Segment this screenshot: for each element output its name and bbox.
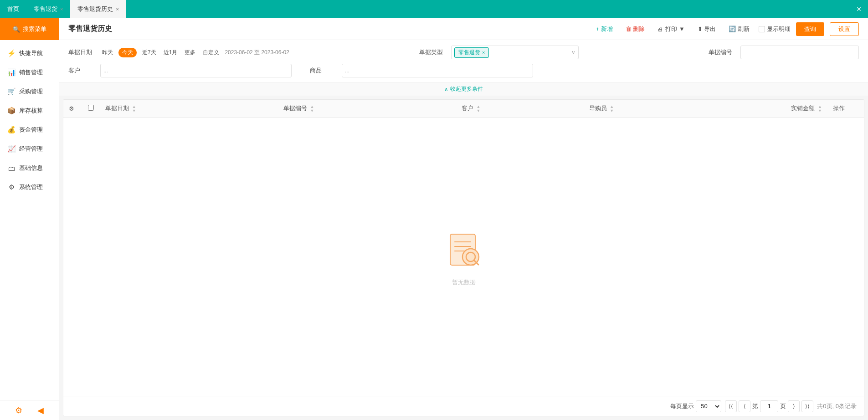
sidebar-item-quicknav[interactable]: ⚡ 快捷导航 [0, 44, 59, 63]
sidebar-item-sales-label: 销售管理 [19, 68, 43, 77]
date-btn-7days[interactable]: 近7天 [140, 48, 158, 57]
customer-placeholder: ... [103, 67, 108, 74]
sidebar-item-purchase-label: 采购管理 [19, 87, 43, 96]
bill-type-tag-retail-return: 零售退货 × [454, 47, 489, 58]
setting-button[interactable]: 设置 [830, 22, 859, 36]
add-label: + 新增 [596, 25, 612, 33]
date-btn-today[interactable]: 今天 [118, 48, 137, 57]
date-btn-more[interactable]: 更多 [183, 48, 197, 57]
page-title: 零售退货历史 [68, 24, 590, 34]
collapse-sidebar-icon[interactable]: ◀ [37, 405, 44, 415]
goods-select[interactable]: ... [342, 64, 533, 77]
page-nav: ⟨⟨ ⟨ 第 页 ⟩ ⟩⟩ [725, 400, 813, 412]
tab-retail-return[interactable]: 零售退货 × [26, 0, 70, 18]
page-size-label: 每页显示 [670, 402, 694, 410]
table-settings-icon[interactable]: ⚙ [69, 105, 74, 112]
settings-gear-icon[interactable]: ⚙ [15, 405, 22, 415]
bill-type-filter-label: 单据类型 [419, 48, 451, 56]
page-size-select[interactable]: 10 20 50 100 [696, 400, 721, 412]
delete-button[interactable]: 🗑 删除 [622, 23, 649, 35]
empty-text: 暂无数据 [452, 278, 476, 287]
export-label: ⬆ 导出 [698, 25, 716, 33]
customer-select[interactable]: ... [100, 64, 292, 77]
bill-type-select[interactable]: 零售退货 × ∨ [451, 46, 579, 59]
sidebar-search-label: 搜索菜单 [23, 25, 46, 33]
finance-icon: 💰 [7, 126, 15, 134]
th-sales-amount[interactable]: 实销金额 ▲▼ [736, 100, 827, 118]
sidebar-item-basic-info[interactable]: 🗃 基础信息 [0, 159, 59, 178]
goods-placeholder: ... [345, 67, 349, 74]
bill-type-tag-close[interactable]: × [482, 50, 485, 55]
sidebar-item-finance-label: 资金管理 [19, 126, 43, 134]
collapse-filter-button[interactable]: ∧ 收起更多条件 [59, 82, 868, 96]
date-filter-buttons: 昨天 今天 近7天 近1月 更多 自定义 [100, 48, 221, 57]
date-btn-custom[interactable]: 自定义 [201, 48, 221, 57]
sort-guide-icon: ▲▼ [610, 105, 614, 113]
bill-no-input[interactable] [740, 46, 859, 59]
content-area: 零售退货历史 + 新增 🗑 删除 🖨 打印 ▼ ⬆ 导出 🔄 刷新 [59, 18, 868, 420]
export-button[interactable]: ⬆ 导出 [694, 23, 720, 35]
th-settings: ⚙ [63, 100, 82, 118]
empty-icon [441, 227, 487, 273]
refresh-button[interactable]: 🔄 刷新 [725, 23, 753, 35]
sidebar-item-system-label: 系统管理 [19, 183, 43, 191]
date-btn-1month[interactable]: 近1月 [162, 48, 180, 57]
window-close-button[interactable]: × [850, 0, 868, 18]
date-filter-label: 单据日期 [68, 48, 100, 56]
page-next-button[interactable]: ⟩ [788, 400, 800, 412]
sidebar-item-finance[interactable]: 💰 资金管理 [0, 120, 59, 139]
customer-filter-label: 客户 [68, 67, 100, 75]
tab-home[interactable]: 首页 [0, 0, 26, 18]
sidebar-item-operations[interactable]: 📈 经营管理 [0, 139, 59, 159]
table-section: ⚙ 单据日期 ▲▼ 单据编号 ▲▼ [63, 99, 864, 416]
tab-retail-return-history[interactable]: 零售退货历史 × [70, 0, 126, 18]
sidebar-item-system[interactable]: ⚙ 系统管理 [0, 178, 59, 197]
sidebar-nav: ⚡ 快捷导航 📊 销售管理 🛒 采购管理 📦 库存核算 💰 资金管理 📈 [0, 40, 59, 400]
print-button[interactable]: 🖨 打印 ▼ [654, 23, 688, 35]
th-guide[interactable]: 导购员 ▲▼ [584, 100, 736, 118]
th-operations: 操作 [827, 100, 864, 118]
page-number-input[interactable] [760, 400, 778, 412]
th-bill-no[interactable]: 单据编号 ▲▼ [278, 100, 456, 118]
data-table: ⚙ 单据日期 ▲▼ 单据编号 ▲▼ [63, 100, 864, 118]
page-prev-button[interactable]: ⟨ [739, 400, 750, 412]
sidebar-item-inventory-label: 库存核算 [19, 107, 43, 115]
show-detail-checkbox[interactable] [759, 26, 765, 32]
sidebar-item-purchase[interactable]: 🛒 采购管理 [0, 82, 59, 101]
sidebar-item-inventory[interactable]: 📦 库存核算 [0, 101, 59, 120]
sidebar-item-operations-label: 经营管理 [19, 145, 43, 153]
bill-no-filter-label: 单据编号 [709, 48, 740, 56]
operations-icon: 📈 [7, 145, 15, 153]
add-button[interactable]: + 新增 [590, 23, 616, 35]
select-all-checkbox[interactable] [88, 105, 94, 111]
sidebar-search-button[interactable]: 🔍 搜索菜单 [0, 18, 59, 40]
search-icon: 🔍 [13, 26, 20, 33]
collapse-up-icon: ∧ [444, 86, 448, 92]
page-last-button[interactable]: ⟩⟩ [801, 400, 813, 412]
th-bill-date[interactable]: 单据日期 ▲▼ [100, 100, 278, 118]
th-checkbox [82, 100, 100, 118]
sidebar-item-basic-info-label: 基础信息 [19, 164, 43, 172]
sidebar-item-quicknav-label: 快捷导航 [19, 49, 43, 57]
tab-retail-return-history-close[interactable]: × [116, 6, 118, 12]
pagination: 每页显示 10 20 50 100 ⟨⟨ ⟨ 第 页 ⟩ ⟩⟩ [63, 396, 864, 416]
th-customer[interactable]: 客户 ▲▼ [456, 100, 584, 118]
page-first-button[interactable]: ⟨⟨ [725, 400, 737, 412]
purchase-icon: 🛒 [7, 87, 15, 96]
tab-list: 首页 零售退货 × 零售退货历史 × [0, 0, 850, 18]
date-btn-yesterday[interactable]: 昨天 [100, 48, 115, 57]
filter-row-1: 单据日期 昨天 今天 近7天 近1月 更多 自定义 2023-06-02 至 2… [68, 46, 859, 59]
sidebar-item-sales[interactable]: 📊 销售管理 [0, 63, 59, 82]
query-button[interactable]: 查询 [796, 22, 824, 36]
basic-info-icon: 🗃 [7, 164, 15, 172]
bill-type-tag-label: 零售退货 [458, 49, 480, 56]
filter-row-2: 客户 ... 商品 ... [68, 64, 859, 77]
page-size-wrap: 每页显示 10 20 50 100 [670, 400, 721, 412]
system-icon: ⚙ [7, 183, 15, 191]
filter-section: 单据日期 昨天 今天 近7天 近1月 更多 自定义 2023-06-02 至 2… [59, 40, 868, 96]
total-info: 共0页, 0条记录 [817, 402, 857, 410]
tab-retail-return-close[interactable]: × [60, 6, 63, 12]
delete-label: 🗑 删除 [626, 25, 645, 33]
sales-icon: 📊 [7, 68, 15, 77]
tab-retail-return-label: 零售退货 [34, 5, 57, 13]
